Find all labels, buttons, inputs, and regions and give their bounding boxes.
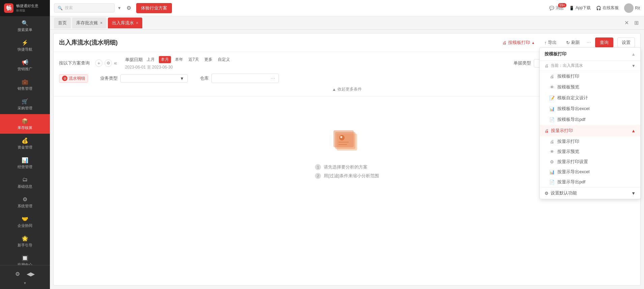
sidebar-item-marketing[interactable]: 📢 营销推广 [0, 55, 50, 75]
chevron-up-icon: ▲ [531, 41, 535, 45]
display-preview-item[interactable]: 👁 按显示预览 [540, 147, 640, 157]
print-dropdown-btn[interactable]: 🖨 按模板打印 ▲ [500, 38, 537, 47]
print-dropdown-panel: 按模板打印 ▲ 🖨 当前：出入库流水 ▼ 🖨 按模板打印 👁 按模板预览 📝 [539, 47, 641, 199]
query-button[interactable]: 查询 [595, 37, 613, 48]
sidebar-settings-btn[interactable]: ⚙ [15, 271, 20, 277]
app-download-btn[interactable]: 📱 App下载 [569, 5, 591, 11]
online-service-label: 在线客服 [603, 5, 619, 11]
display-pdf-item[interactable]: 📄 按显示导出pdf [540, 177, 640, 187]
appstore-icon: 🔲 [22, 255, 28, 261]
pdf-icon: 📄 [549, 117, 555, 122]
purchase-icon: 🛒 [22, 98, 28, 105]
more-options-btn[interactable]: ··· [587, 40, 591, 46]
sidebar-item-label: 资金管理 [18, 145, 32, 150]
sidebar-item-inventory[interactable]: 📦 库存核算 [0, 114, 50, 134]
chevron-up-icon: ▲ [332, 87, 336, 92]
date-tab-current[interactable]: 本月 [159, 56, 171, 63]
filter-add-btn[interactable]: + [95, 59, 103, 67]
tab-bar-right: ✕ ⊞ [623, 18, 640, 27]
scroll-up-btn[interactable]: ▲ [631, 52, 636, 57]
header-dropdown-arrow[interactable]: ▼ [117, 6, 121, 10]
user-area[interactable]: Rit [624, 3, 640, 13]
dropdown-template-pdf[interactable]: 📄 按模板导出pdf [540, 114, 640, 125]
sidebar-item-quick[interactable]: ⚡ 快捷导航 [0, 36, 50, 55]
date-tab-week[interactable]: 近7天 [187, 56, 200, 63]
online-service-btn[interactable]: 🎧 在线客服 [596, 5, 619, 11]
header-gear-btn[interactable]: ⚙ [124, 3, 134, 13]
filter-settings-btn[interactable]: ⚙ [105, 59, 112, 67]
sidebar-item-basic[interactable]: 🗂 基础信息 [0, 173, 50, 192]
empty-illustration [330, 124, 364, 157]
empty-steps: 1 请先选择要分析的方案 2 用[过滤]条件来缩小分析范围 [315, 164, 379, 182]
excel-icon: 📊 [549, 169, 555, 175]
sidebar-item-guide[interactable]: 🌟 新手引导 [0, 232, 50, 251]
sidebar-item-label: 销售管理 [18, 86, 32, 91]
tab-close-all[interactable]: ✕ [623, 18, 630, 27]
sidebar-collapse-btn[interactable]: ◀▶ [27, 271, 35, 277]
export-btn[interactable]: ↑ 导出 [541, 38, 559, 47]
tab-maximize[interactable]: ⊞ [633, 18, 640, 27]
messages-btn[interactable]: 💬 消息 99+ [549, 5, 564, 11]
date-tab-custom[interactable]: 自定义 [216, 56, 231, 63]
date-tab-more[interactable]: 更多 [203, 56, 214, 63]
export-label: 导出 [548, 40, 557, 46]
header-search-bar[interactable]: 🔍 搜索 [54, 3, 115, 12]
warehouse-more-icon[interactable]: ··· [271, 75, 275, 81]
biz-type-select[interactable]: ▼ [120, 74, 188, 83]
sidebar-item-sales[interactable]: 💼 销售管理 [0, 75, 50, 95]
trial-button[interactable]: 体验行业方案 [136, 3, 172, 13]
date-filter: 单据日期 上月 本月 本年 近7天 更多 自定义 2023-06-01 至 20… [125, 56, 231, 70]
date-tab-prev[interactable]: 上月 [145, 56, 156, 63]
sidebar-item-purchase[interactable]: 🛒 采购管理 [0, 95, 50, 114]
sidebar-item-operations[interactable]: 📊 经营管理 [0, 153, 50, 173]
tab-label: 库存批次账 [76, 20, 98, 26]
sidebar-item-label: 系统管理 [18, 204, 32, 209]
date-tabs: 单据日期 上月 本月 本年 近7天 更多 自定义 [125, 56, 231, 63]
display-settings-item[interactable]: ⚙ 按显示打印设置 [540, 157, 640, 167]
empty-step-2: 2 用[过滤]条件来缩小分析范围 [315, 173, 379, 179]
item-label: 按模板打印 [557, 73, 579, 79]
sidebar-item-system[interactable]: ⚙ 系统管理 [0, 192, 50, 212]
warehouse-label: 仓库 [200, 75, 209, 81]
filter-tag[interactable]: ⚙ 流水明细 [59, 74, 88, 83]
dropdown-template-custom[interactable]: 📝 模板自定义设计 [540, 93, 640, 103]
logo-name: 畅捷通好生意 [16, 3, 38, 8]
display-excel-item[interactable]: 📊 按显示导出excel [540, 167, 640, 177]
sidebar-item-search[interactable]: 🔍 搜索菜单 [0, 16, 50, 36]
operations-icon: 📊 [22, 157, 28, 163]
tab-label: 首页 [58, 20, 67, 26]
dropdown-template-excel[interactable]: 📊 按模板导出excel [540, 103, 640, 114]
display-print-item[interactable]: 🖨 按显示打印 [540, 136, 640, 147]
dropdown-footer[interactable]: ⚙ 设置默认功能 ▼ [540, 187, 640, 199]
sidebar-item-appstore[interactable]: 🔲 应用中心 [0, 251, 50, 265]
refresh-btn[interactable]: ↻ 刷新 [563, 38, 583, 47]
sidebar-bottom: ⚙ ◀▶ ▼ [0, 265, 50, 289]
display-print-section[interactable]: 🖨 按显示打印 ▲ [540, 125, 640, 136]
item-label: 按模板导出pdf [557, 116, 585, 123]
sidebar-item-finance[interactable]: 💰 资金管理 [0, 134, 50, 153]
sidebar-scroll-down[interactable]: ▼ [0, 280, 50, 286]
sidebar-item-corp[interactable]: 🤝 企业协同 [0, 212, 50, 232]
dropdown-template-print[interactable]: 🖨 按模板打印 [540, 71, 640, 82]
excel-icon: 📊 [549, 106, 555, 111]
dropdown-template-preview[interactable]: 👁 按模板预览 [540, 82, 640, 93]
page-title: 出入库流水(流水明细) [59, 38, 118, 47]
warehouse-select[interactable]: ··· [211, 74, 279, 83]
date-tab-year[interactable]: 本年 [174, 56, 184, 63]
sidebar-item-label: 营销推广 [18, 67, 32, 72]
tag-icon: ⚙ [62, 76, 67, 81]
search-icon: 🔍 [22, 20, 28, 26]
section-expand-icon: ▲ [631, 128, 636, 133]
step-num-1: 1 [315, 164, 321, 170]
tab-close-batch[interactable]: × [100, 21, 103, 25]
item-label: 按显示导出excel [557, 169, 589, 175]
preview-icon: 👁 [549, 84, 555, 90]
current-dropdown-icon[interactable]: ▼ [632, 63, 636, 68]
biz-type-label: 业务类型 [100, 75, 118, 81]
tab-flow[interactable]: 出入库流水 × [108, 18, 142, 28]
tab-close-flow[interactable]: × [136, 21, 138, 25]
filter-collapse-icon[interactable]: « [114, 60, 117, 66]
tab-batch[interactable]: 库存批次账 × [72, 18, 107, 28]
settings-button[interactable]: 设置 [617, 37, 635, 48]
tab-home[interactable]: 首页 [54, 18, 71, 28]
